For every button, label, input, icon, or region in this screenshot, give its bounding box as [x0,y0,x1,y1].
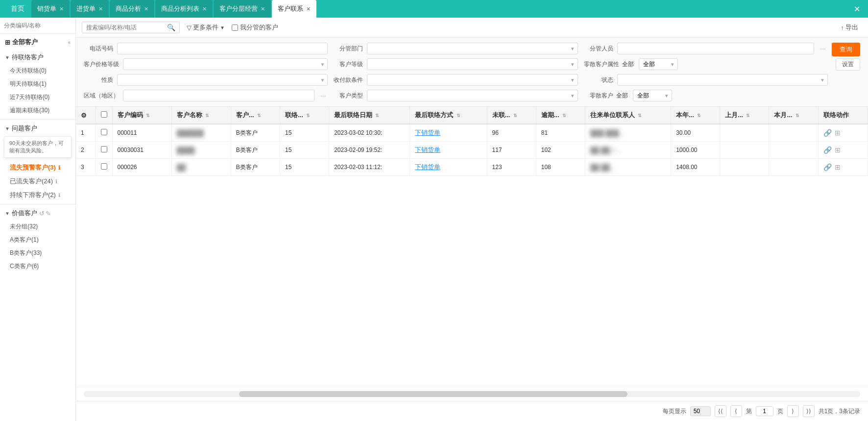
filter-region-input[interactable] [123,90,314,101]
settings-button[interactable]: 设置 [836,58,860,71]
window-close-button[interactable]: ✕ [849,1,864,16]
td-no-contact-1: 96 [487,124,536,142]
filter-customer-grade-select[interactable] [367,58,578,70]
nav-tab-customer-tier[interactable]: 客户分层经营 ✕ [214,0,271,18]
td-last-method-1[interactable]: 下销货单 [410,124,487,142]
sidebar-item-class-c[interactable]: C类客户(6) [0,260,75,273]
per-page-select[interactable]: 50 [690,406,711,416]
sidebar-group-problem[interactable]: ▼ 问题客户 [0,122,75,135]
edit-icon-value[interactable]: ✎ [46,210,51,217]
search-input[interactable] [86,24,167,31]
refresh-icon-value[interactable]: ↺ [39,210,45,217]
th-type[interactable]: 客户... ⇅ [231,107,280,124]
filter-nature-select[interactable] [117,74,328,86]
th-overdue[interactable]: 逾期... ⇅ [536,107,585,124]
sidebar-all-customers[interactable]: ⊞ 全部客户 « [0,34,75,50]
th-code[interactable]: 客户编码 ⇅ [112,107,171,124]
filter-customer-type-select[interactable] [367,90,578,101]
td-action-3: 🔗 ⊞ [818,159,868,176]
sidebar-search-input[interactable] [4,22,76,29]
filter-region-dots[interactable]: ··· [318,92,328,99]
th-settings[interactable]: ⚙ [76,107,96,124]
customer-table: ⚙ 客户编码 ⇅ 客户名称 ⇅ [76,107,868,176]
page-input[interactable] [756,406,773,416]
filter-dept-select[interactable] [367,43,578,54]
last-method-link-3[interactable]: 下销货单 [415,163,440,171]
tab-close-sales[interactable]: ✕ [59,6,64,12]
th-name[interactable]: 客户名称 ⇅ [171,107,231,124]
my-customers-checkbox-label[interactable]: 我分管的客户 [232,23,278,32]
filter-payment-select[interactable] [367,74,578,86]
my-customers-checkbox[interactable] [232,25,238,31]
th-this-month[interactable]: 本月... ⇅ [769,107,818,124]
filter-phone-input[interactable] [117,43,328,54]
scroll-track[interactable] [84,391,860,397]
sidebar-item-7days[interactable]: 近7天待联络(0) [0,91,75,104]
tab-close-customer-contact[interactable]: ✕ [306,6,311,12]
th-no-contact[interactable]: 未联... ⇅ [487,107,536,124]
nav-tab-sales[interactable]: 销货单 ✕ [31,0,70,18]
sidebar-item-churned[interactable]: 已流失客户(24) ℹ [0,174,75,188]
nav-home[interactable]: 首页 [4,0,31,18]
th-last-date[interactable]: 最后联络日期 ⇅ [329,107,410,124]
tab-close-customer-tier[interactable]: ✕ [261,6,265,12]
page-last-btn[interactable]: ⟩⟩ [803,405,815,417]
sidebar-group-value[interactable]: ▼ 价值客户 ↺ ✎ [0,206,75,220]
sidebar-item-declining[interactable]: 持续下滑客户(2) ℹ [0,188,75,202]
filter-person-dots[interactable]: ··· [818,45,828,52]
filter-retail-customer-select[interactable]: 全部 [633,90,672,101]
th-last-method[interactable]: 最后联络方式 ⇅ [410,107,487,124]
sidebar-item-ungrouped[interactable]: 未分组(32) [0,220,75,233]
select-all-checkbox[interactable] [101,111,107,118]
sidebar-item-tomorrow[interactable]: 明天待联络(1) [0,77,75,91]
action-link-icon-3[interactable]: 🔗 [823,163,832,171]
action-link-icon-1[interactable]: 🔗 [823,129,832,137]
nav-tab-customer-contact[interactable]: 客户联系 ✕ [272,0,316,18]
filter-customer-type: 客户类型 ▼ [334,90,578,101]
page-prev-btn[interactable]: ⟨ [730,405,742,417]
sidebar-item-today[interactable]: 今天待联络(0) [0,64,75,77]
th-contact[interactable]: 联络... ⇅ [280,107,329,124]
nav-tab-purchase[interactable]: 进货单 ✕ [71,0,109,18]
th-last-month[interactable]: 上月... ⇅ [720,107,769,124]
td-last-method-2[interactable]: 下销货单 [410,142,487,159]
filter-retail-attr-select[interactable]: 全部 [639,58,678,70]
page-first-btn[interactable]: ⟨⟨ [715,405,726,417]
filter-row-4: 区域（地区） ··· 客户类型 ▼ 零散客户 [84,90,828,101]
filter-price-grade-select[interactable] [123,58,328,70]
scroll-thumb[interactable] [239,391,627,397]
tab-close-analysis-list[interactable]: ✕ [202,6,207,12]
th-year[interactable]: 本年... ⇅ [671,107,720,124]
filter-status-select[interactable] [617,74,828,86]
tab-close-analysis[interactable]: ✕ [144,6,148,12]
row-checkbox-3[interactable] [101,163,107,170]
filter-person-input[interactable] [617,43,815,54]
action-grid-icon-1[interactable]: ⊞ [835,129,841,137]
contact-person-1: ███ ███... [590,129,625,137]
action-link-icon-2[interactable]: 🔗 [823,146,832,154]
sidebar-item-churn-warning[interactable]: 流失预警客户(3) ℹ [0,161,75,174]
row-checkbox-2[interactable] [101,146,107,152]
horizontal-scrollbar[interactable] [76,387,868,401]
td-last-method-3[interactable]: 下销货单 [410,159,487,176]
action-grid-icon-2[interactable]: ⊞ [835,146,841,154]
nav-tab-analysis-list[interactable]: 商品分析列表 ✕ [155,0,213,18]
sidebar-item-overdue[interactable]: 逾期未联络(30) [0,104,75,117]
page-next-btn[interactable]: ⟩ [787,405,799,417]
td-year-3: 1408.00 [671,159,720,176]
more-conditions-btn[interactable]: ▽ 更多条件 ▼ [184,22,228,33]
last-method-link-1[interactable]: 下销货单 [415,129,440,136]
row-checkbox-1[interactable] [101,129,107,135]
sidebar-group-pending[interactable]: ▼ 待联络客户 [0,50,75,64]
export-btn[interactable]: ↑ 导出 [837,22,863,33]
td-name-2: ████ [171,142,231,159]
last-method-link-2[interactable]: 下销货单 [415,146,440,153]
tab-close-purchase[interactable]: ✕ [98,6,103,12]
th-unit-contact[interactable]: 往来单位联系人 ⇅ [585,107,671,124]
sidebar-item-class-b[interactable]: B类客户(33) [0,247,75,260]
action-grid-icon-3[interactable]: ⊞ [835,163,841,171]
sidebar-item-class-a[interactable]: A类客户(1) [0,233,75,247]
query-button[interactable]: 查询 [832,43,860,56]
nav-tab-analysis[interactable]: 商品分析 ✕ [110,0,154,18]
search-submit-icon[interactable]: 🔍 [167,24,175,31]
